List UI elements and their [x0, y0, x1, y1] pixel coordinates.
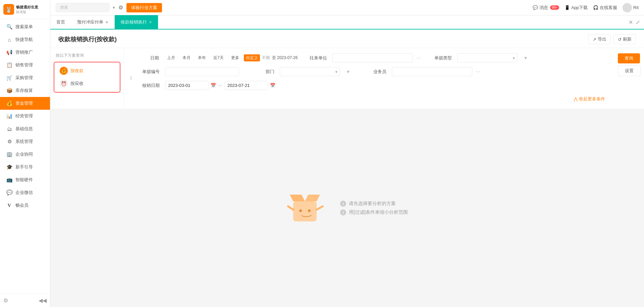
page-title: 收款核销执行(按收款) [58, 35, 117, 43]
filter-collapse-arrow[interactable]: 《 [124, 72, 136, 85]
tab-collection-close-icon[interactable]: ✕ [149, 20, 152, 24]
filter-row-3: 核销日期 📅 — 📅 [142, 81, 608, 90]
purchase-icon: 🛒 [6, 75, 13, 81]
doc-type-dots[interactable]: ▾ [523, 55, 528, 61]
sidebar-item-finance[interactable]: 💰 资金管理 [0, 97, 50, 110]
doc-type-select[interactable] [457, 53, 518, 62]
tab-home[interactable]: 首页 [50, 15, 71, 29]
app-download-action[interactable]: 📱 App下载 [565, 5, 588, 11]
sidebar-item-system[interactable]: ⚙ 系统管理 [0, 135, 50, 148]
topbar-search-box: 搜索 [56, 3, 109, 12]
sidebar-item-guide[interactable]: 🎓 新手引导 [0, 161, 50, 173]
date-this-month[interactable]: 本月 [180, 54, 193, 61]
filter-option-by-receivable[interactable]: ⏰ 按应收 [56, 77, 118, 90]
tab-close-all-icon[interactable]: ✕ [629, 19, 633, 25]
message-action[interactable]: 💬 消息 99+ [533, 5, 559, 11]
date-last-7-days[interactable]: 近7天 [211, 54, 226, 61]
sidebar-item-hardware[interactable]: 📺 智能硬件 [0, 173, 50, 186]
sidebar-item-marketing[interactable]: 📢 营销推广 [0, 46, 50, 59]
export-button[interactable]: ↗ 导出 [588, 34, 611, 44]
verify-end-input[interactable] [224, 81, 268, 90]
verify-end-calendar-icon[interactable]: 📅 [270, 83, 275, 88]
verify-date-label: 核销日期 [142, 83, 160, 89]
filter-sidebar-title: 按以下方案查询 [54, 53, 120, 58]
doc-no-input[interactable] [165, 67, 239, 76]
sidebar-item-purchase[interactable]: 🛒 采购管理 [0, 71, 50, 84]
operations-icon: 📊 [6, 113, 13, 119]
empty-step-1: 1 请先选择要分析的方案 [340, 201, 408, 207]
collapse-more-btn[interactable]: ⋀ 收起更多条件 [571, 95, 608, 103]
verify-date-range: 📅 — 📅 [165, 81, 275, 90]
logo-icon: 🐰 [3, 4, 14, 15]
sidebar-item-enterprise[interactable]: 🏢 企业协同 [0, 148, 50, 161]
export-icon: ↗ [593, 37, 596, 42]
wechat-icon: 💬 [6, 190, 13, 196]
user-avatar [623, 3, 632, 12]
sidebar-item-operations[interactable]: 📊 经营管理 [0, 110, 50, 122]
empty-content: 1 请先选择要分析的方案 2 用[过滤]条件来缩小分析范围 [286, 191, 408, 225]
filter-sidebar: 按以下方案查询 💰 按收款 ⏰ 按应收 [50, 48, 124, 109]
sidebar-item-search[interactable]: 🔍 搜索菜单 [0, 20, 50, 33]
date-this-year[interactable]: 本年 [195, 54, 209, 61]
message-badge: 99+ [550, 5, 559, 10]
online-service-action[interactable]: 🎧 在线客服 [593, 5, 617, 11]
industry-btn[interactable]: 体验行业方案 [126, 3, 162, 12]
sidebar-collapse-icon[interactable]: ◀◀ [39, 297, 47, 304]
system-icon: ⚙ [6, 139, 13, 145]
staff-dots[interactable]: ··· [474, 69, 481, 75]
tabbar: 首页 预付冲应付单 ✕ 收款核销执行 ✕ ✕ ⤢ [50, 15, 644, 30]
query-button[interactable]: 查询 [618, 53, 640, 63]
user-area[interactable]: Rit [623, 3, 639, 12]
app-download-icon: 📱 [565, 5, 570, 10]
dept-dots[interactable]: ▾ [345, 68, 351, 75]
member-icon: V [6, 203, 13, 208]
inventory-icon: 📦 [6, 88, 13, 94]
refresh-button[interactable]: ↺ 刷新 [613, 34, 636, 44]
filter-main: 日期 上月 本月 本年 近7天 更多 自定义 不限 至 2023-07-26 往… [136, 48, 614, 109]
collapse-chevron-icon: ⋀ [574, 97, 578, 102]
sidebar-settings-icon[interactable]: ⚙ [3, 297, 8, 304]
date-last-month[interactable]: 上月 [164, 54, 178, 61]
date-more[interactable]: 更多 [228, 54, 242, 61]
counterparty-dots[interactable]: ··· [415, 55, 422, 61]
dept-select[interactable] [280, 67, 340, 76]
counterparty-input[interactable] [332, 53, 413, 62]
dept-select-wrapper [280, 67, 340, 76]
doc-type-select-wrapper [457, 53, 518, 62]
verify-start-input[interactable] [165, 81, 209, 90]
date-label: 日期 [142, 55, 159, 61]
svg-point-3 [299, 209, 302, 212]
svg-line-5 [288, 206, 293, 210]
sidebar-item-quick-nav[interactable]: ⌂ 快捷导航 [0, 33, 50, 46]
svg-marker-2 [305, 195, 320, 201]
query-buttons: 查询 设置 [614, 48, 644, 109]
sidebar-item-wechat[interactable]: 💬 企业微信 [0, 186, 50, 199]
step-1-num: 1 [340, 201, 346, 207]
date-group: 上月 本月 本年 近7天 更多 自定义 不限 至 2023-07-26 [164, 54, 298, 61]
tab-prepay-close-icon[interactable]: ✕ [105, 20, 108, 24]
counterparty-label: 往来单位 [310, 55, 327, 61]
settings-button[interactable]: 设置 [618, 65, 641, 76]
topbar: 搜索 ▾ ⚙ 体验行业方案 💬 消息 99+ 📱 App下载 🎧 在线客服 Ri [50, 0, 644, 15]
date-custom[interactable]: 自定义 [244, 54, 260, 61]
sidebar-item-sales[interactable]: 📋 销售管理 [0, 59, 50, 71]
doc-no-label: 单据编号 [142, 69, 160, 75]
sidebar-item-base-info[interactable]: 🗂 基础信息 [0, 122, 50, 135]
filter-option-by-collection[interactable]: 💰 按收款 [56, 64, 118, 77]
step-2-num: 2 [340, 209, 346, 215]
sidebar-item-inventory[interactable]: 📦 库存核算 [0, 84, 50, 97]
logo-text: 畅捷通好生意 标准版 [16, 5, 38, 14]
main-content: 搜索 ▾ ⚙ 体验行业方案 💬 消息 99+ 📱 App下载 🎧 在线客服 Ri [50, 0, 644, 307]
filter-row-2: 单据编号 部门 ▾ 业务员 ··· [142, 67, 608, 76]
staff-input-group: ··· [392, 67, 481, 76]
guide-icon: 🎓 [6, 164, 13, 170]
tab-collection[interactable]: 收款核销执行 ✕ [115, 15, 158, 29]
verify-start-calendar-icon[interactable]: 📅 [211, 83, 216, 88]
topbar-dropdown-icon[interactable]: ▾ [113, 5, 115, 10]
tab-expand-icon[interactable]: ⤢ [636, 19, 640, 25]
tab-prepay[interactable]: 预付冲应付单 ✕ [71, 15, 115, 29]
topbar-gear-icon[interactable]: ⚙ [118, 4, 123, 11]
sidebar-item-member[interactable]: V 畅会员 [0, 199, 50, 212]
svg-rect-0 [293, 201, 317, 221]
staff-input[interactable] [392, 67, 472, 76]
